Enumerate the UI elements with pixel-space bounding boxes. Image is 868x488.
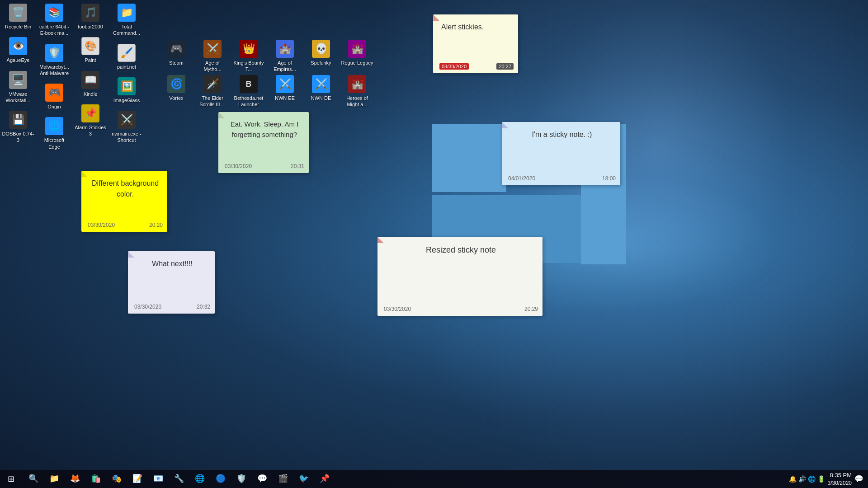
icon-alarm-stickies[interactable]: 📌 Alarm Stickies 3 (72, 101, 108, 141)
origin-icon: 🎮 (45, 84, 63, 102)
icon-agaqueeye[interactable]: 👁️ AgaueEye (0, 33, 36, 67)
sticky-blue-body: I'm a sticky note. :) (502, 122, 620, 173)
icon-paint[interactable]: 🎨 Paint (72, 33, 108, 67)
start-icon: ⊞ (8, 474, 14, 484)
sticky-lavender-body: What next!!!! (128, 251, 215, 301)
icon-label-alarm-stickies: Alarm Stickies 3 (74, 124, 107, 137)
sticky-alert[interactable]: Alert stickies. 03/30/2020 20:27 (433, 14, 518, 73)
foobar-icon: 🎵 (81, 4, 99, 22)
nwmain-icon: ⚔️ (118, 111, 136, 129)
icon-imageglass[interactable]: 🖼️ ImageGlass (108, 74, 145, 107)
malwarebytes-icon: 🛡️ (45, 44, 63, 62)
taskbar-app-5[interactable]: 🎭 (107, 470, 127, 488)
taskbar-vlc[interactable]: 🎬 (273, 470, 293, 488)
taskbar-right-area: 🔔 🔊 🌐 🔋 8:35 PM 3/30/2020 💬 (789, 471, 868, 487)
icon-kings-bounty[interactable]: 👑 King's Bounty T... (231, 36, 267, 76)
icon-label-spelunky: Spelunky (311, 60, 331, 66)
taskbar-discord[interactable]: 💬 (252, 470, 272, 488)
taskbar-file-explorer[interactable]: 📁 (44, 470, 64, 488)
icon-label-edge: Microsoft Edge (38, 137, 71, 150)
heroes-might-icon: 🏰 (348, 75, 366, 93)
nwn-ee-icon: ⚔️ (276, 75, 294, 93)
icon-rogue-legacy[interactable]: 🏰 Rogue Legacy (339, 36, 375, 76)
icon-nwn-ee[interactable]: ⚔️ NWN EE (267, 71, 303, 112)
taskbar-app-8[interactable]: 🔧 (169, 470, 189, 488)
clock-date: 3/30/2020 (828, 479, 852, 487)
sticky-green-footer: 03/30/2020 20:31 (218, 160, 309, 173)
icon-steam[interactable]: 🎮 Steam (158, 36, 194, 76)
icon-spelunky[interactable]: 💀 Spelunky (303, 36, 339, 76)
icon-label-age-of-empires: Age of Empires... (269, 60, 301, 73)
tray-icon-3[interactable]: 🌐 (808, 475, 816, 483)
taskbar-search[interactable]: 🔍 (24, 470, 43, 488)
icon-label-nwmain: nwmain.exe - Shortcut (110, 131, 143, 144)
sticky-yellow-time: 20:20 (149, 222, 163, 228)
icon-vortex[interactable]: 🌀 Vortex (158, 71, 194, 112)
notification-button[interactable]: 💬 (854, 474, 863, 483)
paint-icon: 🎨 (81, 37, 99, 55)
icon-dosbox[interactable]: 💾 DOSBox 0.74-3 (0, 107, 36, 147)
tray-icon-2[interactable]: 🔊 (798, 475, 806, 483)
icon-malwarebytes[interactable]: 🛡️ Malwarebyt... Anti-Malware (36, 40, 72, 80)
icon-label-nwn-de: NWN DE (311, 95, 331, 101)
clock[interactable]: 8:35 PM 3/30/2020 (828, 471, 852, 487)
icon-kindle[interactable]: 📖 Kindle (72, 67, 108, 101)
icon-recycle-bin[interactable]: 🗑️ Recycle Bin (0, 0, 36, 33)
icon-label-total-commander: Total Command... (110, 23, 143, 37)
sticky-yellow-body: Different background color. (81, 171, 167, 219)
icon-label-vortex: Vortex (169, 95, 183, 101)
icon-origin[interactable]: 🎮 Origin (36, 80, 72, 113)
sticky-lavender-text: What next!!!! (136, 258, 208, 297)
sticky-blue-time: 18:00 (602, 175, 616, 182)
sticky-resized-text: Resized sticky note (386, 244, 536, 300)
icon-age-of-myth[interactable]: ⚔️ Age of Mytho... (194, 36, 231, 76)
icon-age-of-empires[interactable]: 🏰 Age of Empires... (267, 36, 303, 76)
sticky-blue[interactable]: I'm a sticky note. :) 04/01/2020 18:00 (502, 122, 620, 185)
icon-label-calibre: calibre 64bit - E-book ma... (38, 23, 71, 37)
sticky-green-body: Eat. Work. Sleep. Am I forgetting someth… (218, 112, 309, 160)
kindle-icon: 📖 (81, 71, 99, 89)
sticky-green[interactable]: Eat. Work. Sleep. Am I forgetting someth… (218, 112, 309, 173)
sticky-lavender[interactable]: What next!!!! 03/30/2020 20:32 (128, 251, 215, 314)
icon-label-malwarebytes: Malwarebyt... Anti-Malware (38, 64, 71, 77)
taskbar-app-15[interactable]: 📌 (315, 470, 335, 488)
taskbar[interactable]: ⊞ 🔍 📁 🦊 🛍️ 🎭 📝 📧 🔧 🌐 🔵 🛡️ 💬 🎬 🐦 📌 🔔 🔊 🌐 … (0, 470, 868, 488)
spelunky-icon: 💀 (312, 40, 330, 58)
icon-microsoft-edge[interactable]: 🌐 Microsoft Edge (36, 113, 72, 154)
sticky-resized[interactable]: Resized sticky note 03/30/2020 20:29 (377, 237, 542, 316)
taskbar-word[interactable]: 📝 (127, 470, 147, 488)
icon-label-elder-scrolls: The Elder Scrolls III ... (196, 95, 229, 108)
recycle-bin-icon: 🗑️ (9, 4, 27, 22)
icon-label-kings-bounty: King's Bounty T... (232, 60, 265, 73)
sticky-yellow[interactable]: Different background color. 03/30/2020 2… (81, 171, 167, 232)
edge-icon: 🌐 (45, 117, 63, 135)
taskbar-firefox[interactable]: 🦊 (65, 470, 85, 488)
icon-foobar[interactable]: 🎵 foobar2000 (72, 0, 108, 33)
taskbar-chrome[interactable]: 🔵 (211, 470, 231, 488)
dosbox-icon: 💾 (9, 111, 27, 129)
taskbar-app-11[interactable]: 🛡️ (231, 470, 251, 488)
icon-nwn-de[interactable]: ⚔️ NWN DE (303, 71, 339, 112)
sticky-lavender-date: 03/30/2020 (134, 304, 161, 310)
vmware-icon: 🖥️ (9, 71, 27, 89)
icon-elder-scrolls[interactable]: 🗡️ The Elder Scrolls III ... (194, 71, 231, 112)
tray-icon-4[interactable]: 🔋 (817, 475, 825, 483)
taskbar-app-14[interactable]: 🐦 (294, 470, 314, 488)
icon-label-heroes-might: Heroes of Might a... (341, 95, 373, 108)
taskbar-ms-store[interactable]: 🛍️ (86, 470, 106, 488)
start-button[interactable]: ⊞ (0, 470, 22, 488)
taskbar-mail[interactable]: 📧 (148, 470, 168, 488)
icon-nwmain[interactable]: ⚔️ nwmain.exe - Shortcut (108, 107, 145, 147)
sticky-resized-footer: 03/30/2020 20:29 (377, 303, 542, 316)
icon-paint-net[interactable]: 🖌️ paint.net (108, 40, 145, 74)
tray-icon-1[interactable]: 🔔 (789, 475, 797, 483)
icon-bethesda[interactable]: B Bethesda.net Launcher (231, 71, 267, 112)
icon-total-commander[interactable]: 📁 Total Command... (108, 0, 145, 40)
icon-heroes-might[interactable]: 🏰 Heroes of Might a... (339, 71, 375, 112)
agaqueeye-icon: 👁️ (9, 37, 27, 55)
taskbar-edge[interactable]: 🌐 (190, 470, 210, 488)
nwn-de-icon: ⚔️ (312, 75, 330, 93)
icon-label-dosbox: DOSBox 0.74-3 (2, 131, 34, 144)
icon-vmware[interactable]: 🖥️ VMware Workstati... (0, 67, 36, 108)
icon-calibre[interactable]: 📚 calibre 64bit - E-book ma... (36, 0, 72, 40)
